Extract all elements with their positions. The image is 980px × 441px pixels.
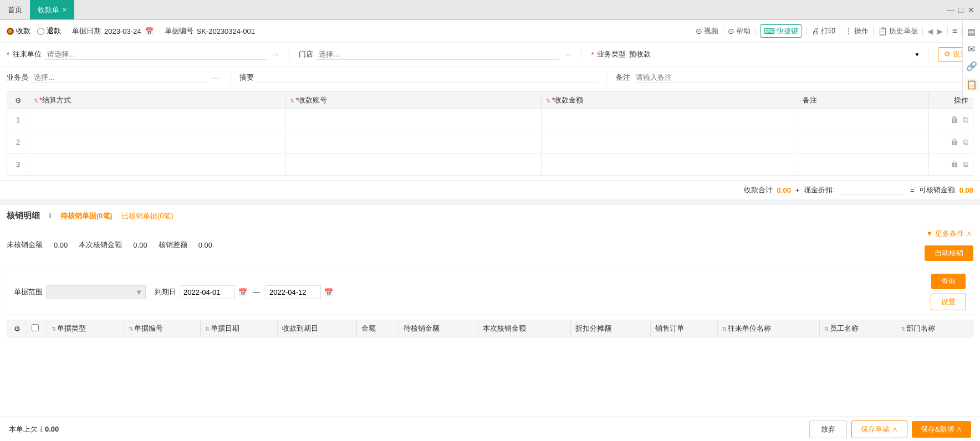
biz-type-value: 预收款: [629, 49, 911, 59]
table-row: 1 🗑 ⧉: [7, 109, 973, 131]
sub-col-no: ⇅单据编号: [124, 320, 201, 337]
sidebar-table-icon[interactable]: ▤: [967, 27, 976, 37]
query-btn[interactable]: 查询: [931, 274, 966, 289]
tab-home[interactable]: 首页: [0, 0, 30, 19]
row-remark-3[interactable]: [798, 153, 928, 176]
view-list-btn[interactable]: ≡: [952, 26, 957, 36]
row-remark-1[interactable]: [798, 109, 928, 131]
nav-right-btn[interactable]: ▶: [937, 27, 943, 35]
shop-more-btn[interactable]: ···: [562, 50, 573, 59]
sidebar-clipboard-icon[interactable]: 📋: [965, 78, 978, 91]
table-row: 3 🗑 ⧉: [7, 153, 973, 176]
bottom-bar: 本单上欠 ℹ 0.00 放弃 保存草稿 ∧ 保存&新增 ∧: [0, 417, 980, 441]
tab-collection[interactable]: 收款单 ×: [30, 0, 74, 19]
row-amount-1[interactable]: [542, 109, 798, 131]
row-account-3[interactable]: [285, 153, 542, 176]
row-settle-1[interactable]: [29, 109, 285, 131]
window-max-btn[interactable]: □: [959, 6, 963, 14]
btn-history[interactable]: 📋 历史单据: [878, 26, 918, 36]
sub-table: ⚙ ⇅单据类型 ⇅单据编号 ⇅单据日期 收款到期日 金额 待核销金额 本次核销金…: [7, 320, 973, 337]
sub-col-current-hex: 本次核销金额: [478, 320, 571, 337]
total-label: 收款合计: [744, 185, 773, 195]
row-settle-3[interactable]: [29, 153, 285, 176]
main-table: ⚙ ⇅*结算方式 ⇅*收款账号 ⇅*收款金额 备注 操作 1 🗑: [7, 91, 973, 176]
row-index-2: 2: [7, 131, 29, 153]
date-from-calendar-icon[interactable]: 📅: [238, 288, 247, 296]
staff-more-btn[interactable]: ···: [211, 73, 222, 82]
col-account: ⇅*收款账号: [285, 92, 542, 109]
save-new-btn[interactable]: 保存&新增 ∧: [912, 421, 971, 438]
btn-help[interactable]: ⊙ 帮助: [728, 26, 751, 36]
col-remark: 备注: [798, 92, 928, 109]
shop-label: 门店: [299, 49, 313, 59]
remark-input[interactable]: [634, 72, 973, 83]
row-account-1[interactable]: [285, 109, 542, 131]
tab-home-label: 首页: [8, 5, 22, 15]
row-account-2[interactable]: [285, 131, 542, 153]
date-to-input[interactable]: [266, 285, 321, 299]
date-to-calendar-icon[interactable]: 📅: [324, 288, 333, 296]
row-settle-2[interactable]: [29, 131, 285, 153]
danju-date-value[interactable]: 2023-03-24: [104, 27, 141, 35]
party-input[interactable]: [45, 49, 266, 60]
tab-close-icon[interactable]: ×: [63, 6, 67, 14]
col-gear[interactable]: ⚙: [7, 92, 29, 109]
btn-ops[interactable]: ⋮ 操作: [845, 26, 869, 36]
btn-video[interactable]: ⊙ 视频: [696, 26, 718, 36]
radio-shoukuan-input[interactable]: [7, 28, 14, 35]
row-remark-2[interactable]: [798, 131, 928, 153]
row-amount-2[interactable]: [542, 131, 798, 153]
memo-input[interactable]: [257, 72, 597, 83]
hex-tab-pending[interactable]: 待核销单据(0笔): [60, 211, 113, 221]
delete-icon-2[interactable]: 🗑: [951, 137, 958, 146]
current-label: 本次核销金额: [79, 240, 122, 250]
radio-shoukuan[interactable]: 收款: [7, 26, 30, 36]
delete-icon-1[interactable]: 🗑: [951, 115, 958, 124]
radio-tuikuan-input[interactable]: [37, 28, 44, 35]
sidebar-link-icon[interactable]: 🔗: [966, 61, 977, 71]
table-section: ⚙ ⇅*结算方式 ⇅*收款账号 ⇅*收款金额 备注 操作 1 🗑: [0, 91, 980, 180]
btn-shortcut[interactable]: ⌨ 快捷键: [760, 24, 802, 38]
save-draft-btn[interactable]: 保存草稿 ∧: [851, 421, 907, 438]
delete-icon-3[interactable]: 🗑: [951, 160, 958, 168]
window-close-btn[interactable]: ✕: [968, 6, 974, 14]
party-more-btn[interactable]: ···: [270, 50, 281, 59]
discard-btn[interactable]: 放弃: [809, 421, 847, 438]
sub-col-gear[interactable]: ⚙: [7, 320, 27, 337]
video-icon: ⊙: [696, 27, 702, 35]
range-label: 单据范围: [14, 287, 43, 297]
radio-tuikuan[interactable]: 退款: [37, 26, 61, 36]
biz-type-chevron[interactable]: ▼: [914, 52, 920, 58]
current-value: 0.00: [133, 241, 147, 249]
shop-field: 门店 ···: [299, 49, 573, 60]
copy-icon-2[interactable]: ⧉: [963, 137, 968, 146]
more-conditions-btn[interactable]: ▼ 更多条件 ∧: [926, 229, 972, 239]
filter-settings-btn[interactable]: 设置: [931, 294, 966, 310]
btn-print[interactable]: 🖨 打印: [811, 26, 835, 36]
copy-icon-3[interactable]: ⧉: [963, 160, 968, 168]
window-min-btn[interactable]: —: [947, 6, 955, 14]
shop-input[interactable]: [317, 49, 559, 60]
filter-row: 单据范围 ▼ 到期日 📅 — 📅 查询 设置: [7, 269, 973, 315]
hex-tab-done[interactable]: 已核销单据(0笔): [121, 211, 173, 221]
sub-col-dept-name: ⇅部门名称: [896, 320, 973, 337]
copy-icon-1[interactable]: ⧉: [963, 115, 968, 124]
sub-col-staff-name: ⇅员工名称: [819, 320, 896, 337]
auto-hex-btn[interactable]: 自动核销: [925, 245, 973, 261]
sub-col-due-date: 收款到期日: [277, 320, 357, 337]
discount-input[interactable]: [839, 186, 906, 194]
row-amount-3[interactable]: [542, 153, 798, 176]
more-conditions-label: ▼ 更多条件 ∧: [926, 229, 972, 239]
select-all-checkbox[interactable]: [32, 324, 39, 331]
range-select[interactable]: [46, 285, 146, 299]
sub-col-check: [27, 320, 47, 337]
tab-collection-label: 收款单: [38, 5, 59, 15]
hex-info-icon[interactable]: ℹ: [49, 212, 52, 220]
print-icon: 🖨: [811, 27, 819, 35]
staff-input[interactable]: [32, 72, 207, 83]
date-from-input[interactable]: [180, 285, 235, 299]
nav-left-btn[interactable]: ◀: [927, 27, 933, 35]
bottom-info-icon[interactable]: ℹ: [40, 425, 43, 433]
sidebar-mail-icon[interactable]: ✉: [968, 44, 975, 54]
calendar-icon[interactable]: 📅: [145, 27, 154, 35]
